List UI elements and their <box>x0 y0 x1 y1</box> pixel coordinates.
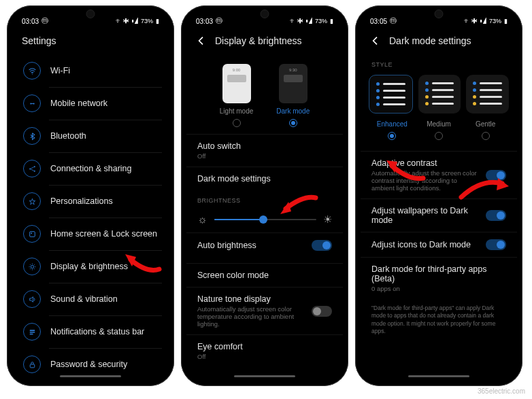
gmail-icon: ⓜ <box>216 16 222 26</box>
adjust-icons-row[interactable]: Adjust icons to Dark mode <box>361 232 517 257</box>
camera-notch <box>261 10 269 18</box>
status-time: 03:05 <box>370 18 387 25</box>
toggle-on[interactable] <box>486 170 506 181</box>
share-icon <box>23 160 41 177</box>
svg-point-4 <box>33 166 35 167</box>
nature-tone-row[interactable]: Nature tone display Automatically adjust… <box>186 287 343 334</box>
settings-row-label: Sound & vibration <box>50 294 118 304</box>
svg-rect-6 <box>29 231 35 237</box>
wifi-icon <box>23 62 41 80</box>
home-indicator[interactable] <box>60 375 121 377</box>
light-mode-option[interactable]: 9:00 Light mode <box>220 64 253 127</box>
settings-row-bt[interactable]: Bluetooth <box>12 120 169 152</box>
brightness-section-header: BRIGHTNESS <box>186 190 343 207</box>
settings-row-share[interactable]: Connection & sharing <box>12 152 169 185</box>
theme-icon <box>23 192 41 210</box>
status-icons: ᯤ ✱ ▮◢ <box>464 18 486 24</box>
settings-row-wifi[interactable]: Wi-Fi <box>12 54 169 87</box>
settings-list[interactable]: Wi-FiMobile networkBluetoothConnection &… <box>12 54 169 381</box>
svg-point-3 <box>29 168 31 169</box>
battery-pct: 73% <box>141 18 153 24</box>
battery-pct: 73% <box>489 18 501 24</box>
bt-icon <box>23 127 41 145</box>
radio-enhanced[interactable] <box>388 132 396 140</box>
settings-row-theme[interactable]: Personalizations <box>12 185 169 218</box>
dark-mode-option[interactable]: 9:30 Dark mode <box>276 64 310 127</box>
home-icon <box>23 225 41 243</box>
sound-icon <box>23 290 41 308</box>
status-icons: ᯤ ✱ ▮◢ <box>290 18 312 24</box>
watermark: 365electric.com <box>478 387 525 395</box>
adjust-wallpapers-row[interactable]: Adjust wallpapers to Dark mode <box>361 198 517 232</box>
style-gentle-card[interactable] <box>466 75 509 114</box>
auto-switch-row[interactable]: Auto switch Off <box>186 134 343 167</box>
radio-on[interactable] <box>289 119 297 127</box>
brightness-low-icon: ☼ <box>197 213 207 226</box>
settings-row-label: Bluetooth <box>50 131 86 141</box>
settings-row-label: Personalizations <box>50 196 113 206</box>
svg-point-5 <box>33 170 35 171</box>
svg-rect-12 <box>30 364 35 367</box>
radio-medium[interactable] <box>435 132 443 140</box>
settings-row-notif[interactable]: Notifications & status bar <box>12 315 169 348</box>
settings-row-label: Display & brightness <box>50 262 128 271</box>
style-gentle-label: Gentle <box>462 120 509 128</box>
third-party-row[interactable]: Dark mode for third-party apps (Beta) 0 … <box>361 257 517 299</box>
brightness-high-icon: ☀ <box>323 213 332 226</box>
radio-gentle[interactable] <box>482 132 490 140</box>
home-indicator[interactable] <box>234 375 295 377</box>
settings-row-bright[interactable]: Display & brightness <box>12 250 169 283</box>
bright-icon <box>23 258 41 275</box>
phone-settings: 03:03ⓜ ᯤ ✱ ▮◢73%▮ Settings Wi-FiMobile n… <box>7 5 174 386</box>
lock-icon <box>23 355 41 373</box>
page-title: Dark mode settings <box>389 35 471 46</box>
dark-mode-settings-row[interactable]: Dark mode settings <box>186 167 343 190</box>
gmail-icon: ⓜ <box>41 16 48 26</box>
settings-row-label: Mobile network <box>50 99 107 108</box>
settings-row-home[interactable]: Home screen & Lock screen <box>12 218 169 250</box>
adaptive-contrast-row[interactable]: Adaptive contrast Automatically adjust t… <box>361 151 517 198</box>
page-title: Display & brightness <box>215 35 302 46</box>
settings-row-label: Home screen & Lock screen <box>50 229 157 239</box>
third-party-note: "Dark mode for third-party apps" can app… <box>361 299 517 341</box>
status-time: 03:03 <box>22 18 39 25</box>
gmail-icon: ⓜ <box>390 16 397 26</box>
style-enhanced-label: Enhanced <box>369 120 416 128</box>
brightness-slider[interactable]: ☼ ☀ <box>186 207 343 232</box>
auto-brightness-row[interactable]: Auto brightness <box>186 232 343 258</box>
battery-icon: ▮ <box>156 18 159 24</box>
battery-icon: ▮ <box>330 18 333 24</box>
settings-row-cell[interactable]: Mobile network <box>12 87 169 120</box>
battery-icon: ▮ <box>504 18 508 24</box>
page-header: Dark mode settings <box>361 29 517 54</box>
back-icon[interactable] <box>196 35 207 46</box>
settings-row-sound[interactable]: Sound & vibration <box>12 283 169 315</box>
style-medium-card[interactable] <box>418 75 461 114</box>
screen-color-mode-row[interactable]: Screen color mode <box>186 263 343 287</box>
svg-rect-10 <box>29 331 35 332</box>
page-title: Settings <box>12 29 169 54</box>
radio-off[interactable] <box>233 119 241 127</box>
style-enhanced-card[interactable] <box>369 75 413 114</box>
toggle-on[interactable] <box>486 239 506 250</box>
battery-pct: 73% <box>315 18 327 24</box>
phone-dark-mode-settings: 03:05ⓜ ᯤ ✱ ▮◢73%▮ Dark mode settings STY… <box>355 5 522 386</box>
page-header: Display & brightness <box>186 29 343 54</box>
toggle-off[interactable] <box>312 306 332 317</box>
svg-rect-11 <box>29 333 33 334</box>
style-cards <box>361 71 517 118</box>
eye-comfort-row[interactable]: Eye comfort Off <box>186 334 343 367</box>
svg-point-8 <box>31 265 33 268</box>
svg-point-0 <box>31 73 32 74</box>
settings-row-label: Wi-Fi <box>50 66 70 75</box>
back-icon[interactable] <box>370 35 381 46</box>
phone-display-brightness: 03:03ⓜ ᯤ ✱ ▮◢73%▮ Display & brightness 9… <box>181 5 348 386</box>
status-icons: ᯤ ✱ ▮◢ <box>116 18 138 24</box>
home-indicator[interactable] <box>408 375 469 377</box>
toggle-on[interactable] <box>312 240 332 251</box>
toggle-on[interactable] <box>486 210 506 221</box>
theme-mode-selector: 9:00 Light mode 9:30 Dark mode <box>186 54 343 134</box>
status-time: 03:03 <box>196 18 213 25</box>
settings-row-label: Password & security <box>50 360 127 369</box>
camera-notch <box>435 10 444 18</box>
